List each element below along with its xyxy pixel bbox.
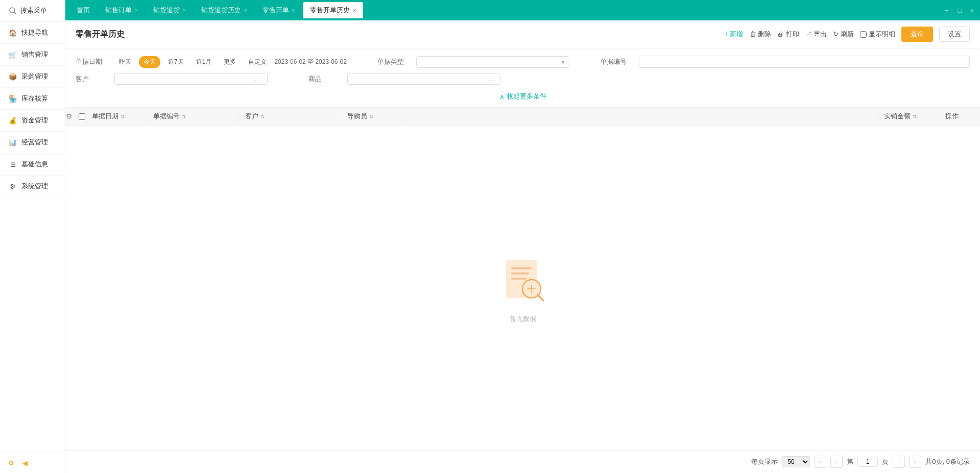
tab-sales-order[interactable]: 销售订单 × [98,2,145,18]
date-custom[interactable]: 自定义 [244,56,271,68]
customer-select[interactable]: ... [114,73,268,85]
th-guide[interactable]: 导购员 ⇅ [341,108,402,125]
last-page-btn[interactable]: » [909,456,921,468]
tab-retail-open-label: 零售开单 [262,6,289,15]
date-1month[interactable]: 近1月 [192,56,217,68]
sidebar-label: 库存核算 [21,94,48,103]
collapse-icon[interactable]: ◀ [22,459,28,467]
goods-dots-icon: ... [487,75,496,83]
doc-num-label: 单据编号 [600,57,629,66]
delete-button[interactable]: 🗑 删除 [750,30,772,39]
sort-num-icon: ⇅ [182,114,186,119]
date-range-display: 2023-06-02 至 2023-06-02 [274,58,346,66]
tab-retail-open[interactable]: 零售开单 × [255,2,302,18]
close-btn[interactable]: × [968,7,976,14]
tab-retail-open-history-close[interactable]: × [353,8,356,13]
per-page-label: 每页显示 [751,457,778,466]
sidebar-label: 经营管理 [21,138,48,147]
warehouse-icon: 🏪 [8,94,17,103]
print-button[interactable]: 🖨 打印 [777,30,799,39]
collapse-bar[interactable]: ∧ 收起更多条件 [76,90,970,103]
sidebar-search[interactable]: 搜索采单 [0,0,65,22]
sidebar-item-fund-mgmt[interactable]: 💰 资金管理 [0,110,65,132]
th-amount[interactable]: 实销金额 ⇅ [878,108,939,125]
tab-sales-return-label: 销货退货 [153,6,180,15]
tab-bar: 首页 销售订单 × 销货退货 × 销货退货历史 × 零售开单 × 零售开单历史 … [65,0,980,20]
date-today[interactable]: 今天 [139,56,160,68]
date-options: 昨天 今天 近7天 近1月 更多 自定义 2023-06-02 至 2023-0… [114,56,347,68]
prev-page-btn[interactable]: ‹ [830,456,843,468]
page-header: 零售开单历史 + 新增 🗑 删除 🖨 打印 ↗ 导出 ↻ 刷新 显示明细 查询 … [65,20,980,48]
grid-icon: ⊞ [8,160,17,169]
chevron-down-icon: ▾ [561,58,565,66]
tab-sales-return-history[interactable]: 销货退货历史 × [194,2,254,18]
doc-num-input[interactable] [639,56,970,68]
refresh-button[interactable]: ↻ 刷新 [833,30,854,39]
sidebar-item-stock-mgmt[interactable]: 🏪 库存核算 [0,88,65,110]
settings-table-icon[interactable]: ⚙ [66,112,73,120]
filter-row-2: 客户 ... 商品 ... [76,73,970,85]
query-button[interactable]: 查询 [901,27,933,42]
tab-home[interactable]: 首页 [69,2,97,18]
svg-rect-5 [511,278,527,280]
tab-sales-return[interactable]: 销货退货 × [146,2,193,18]
th-num[interactable]: 单据编号 ⇅ [147,108,239,125]
maximize-btn[interactable]: □ [956,7,964,14]
gear-icon: ⚙ [8,182,17,191]
show-detail-checkbox[interactable]: 显示明细 [860,30,895,39]
th-date[interactable]: 单据日期 ⇅ [86,108,147,125]
empty-state: 暂无数据 [65,126,980,450]
sidebar-item-quick-nav[interactable]: 🏠 快捷导航 [0,22,65,44]
tab-sales-order-label: 销售订单 [105,6,132,15]
th-extra [402,112,878,120]
tab-sales-return-close[interactable]: × [183,8,186,13]
add-button[interactable]: + 新增 [724,30,743,39]
tab-sales-return-history-close[interactable]: × [244,8,247,13]
tab-retail-open-history[interactable]: 零售开单历史 × [303,2,363,18]
sidebar-item-sales-mgmt[interactable]: 🛒 销售管理 [0,44,65,66]
first-page-btn[interactable]: « [814,456,826,468]
svg-line-1 [14,12,16,14]
page-size-select[interactable]: 20 50 100 [782,456,810,467]
customer-dots-icon: ... [254,75,263,83]
th-date-label: 单据日期 [92,112,118,121]
th-customer-label: 客户 [245,112,258,121]
doc-type-label: 单据类型 [377,57,406,66]
page-title: 零售开单历史 [76,29,125,40]
next-page-btn[interactable]: › [893,456,905,468]
toolbar: + 新增 🗑 删除 🖨 打印 ↗ 导出 ↻ 刷新 显示明细 查询 设置 [724,27,970,42]
page-input[interactable] [857,457,878,467]
sidebar-item-purchase-mgmt[interactable]: 📦 采购管理 [0,66,65,88]
th-num-label: 单据编号 [153,112,180,121]
th-customer[interactable]: 客户 ⇅ [239,108,341,125]
date-7days[interactable]: 近7天 [163,56,188,68]
sort-customer-icon: ⇅ [260,114,265,119]
collapse-label: 收起更多条件 [507,92,546,101]
doc-type-select[interactable]: ▾ [416,56,569,68]
sidebar-item-base-info[interactable]: ⊞ 基础信息 [0,154,65,176]
goods-select[interactable]: ... [347,73,500,85]
empty-text: 暂无数据 [510,314,536,323]
sidebar-item-sys-mgmt[interactable]: ⚙ 系统管理 [0,176,65,197]
select-all-checkbox[interactable] [79,113,85,120]
sidebar-label: 资金管理 [21,116,48,125]
search-icon [8,6,17,15]
empty-illustration [495,252,551,308]
date-more[interactable]: 更多 [219,56,241,68]
window-controls: － □ × [941,6,976,15]
settings-button[interactable]: 设置 [939,27,970,42]
th-check: ⚙ [65,108,86,125]
sidebar-item-ops-mgmt[interactable]: 📊 经营管理 [0,132,65,154]
date-yesterday[interactable]: 昨天 [114,56,136,68]
filter-section: 单据日期 昨天 今天 近7天 近1月 更多 自定义 2023-06-02 至 2… [65,48,980,108]
customer-label: 客户 [76,74,104,84]
sidebar-bottom: ⚙ ◀ [0,453,65,473]
goods-label: 商品 [308,74,337,84]
tab-retail-open-close[interactable]: × [292,8,295,13]
export-button[interactable]: ↗ 导出 [805,30,827,39]
tab-sales-order-close[interactable]: × [135,8,138,13]
minimize-btn[interactable]: － [941,6,952,15]
sidebar-label: 基础信息 [21,160,48,169]
settings-bottom-icon[interactable]: ⚙ [8,459,14,467]
sidebar-label: 系统管理 [21,182,48,191]
